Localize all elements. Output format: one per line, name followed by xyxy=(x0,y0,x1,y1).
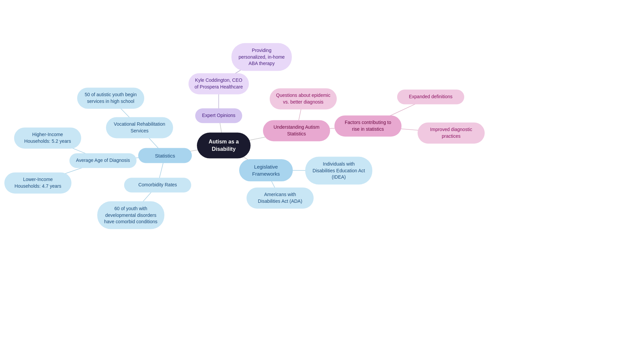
node-comorbidityRates[interactable]: Comorbidity Rates xyxy=(124,178,191,192)
node-statistics[interactable]: Statistics xyxy=(138,148,192,163)
node-ada[interactable]: Americans with Disabilities Act (ADA) xyxy=(247,187,314,208)
node-center[interactable]: Autism as a Disability xyxy=(197,133,251,159)
node-vocationalRehab[interactable]: Vocational Rehabilitation Services xyxy=(106,117,173,138)
node-expertOpinions[interactable]: Expert Opinions xyxy=(195,108,242,123)
node-understandingStats[interactable]: Understanding Autism Statistics xyxy=(263,120,330,141)
node-expandedDefinitions[interactable]: Expanded definitions xyxy=(397,89,464,104)
node-comorbidConditions[interactable]: 60 of youth with developmental disorders… xyxy=(97,201,164,229)
node-lowerIncome[interactable]: Lower-Income Households: 4.7 years xyxy=(4,172,71,193)
node-improvedDiagnostic[interactable]: Improved diagnostic practices xyxy=(418,122,485,143)
node-idea[interactable]: Individuals with Disabilities Education … xyxy=(305,157,372,185)
node-legislativeFrameworks[interactable]: Legislative Frameworks xyxy=(239,159,293,181)
node-abaTherapy[interactable]: Providing personalized, in-home ABA ther… xyxy=(231,43,292,71)
node-factorsContributing[interactable]: Factors contributing to rise in statisti… xyxy=(334,115,401,136)
node-averageAge[interactable]: Average Age of Diagnosis xyxy=(69,153,137,168)
node-epidemicQuestion[interactable]: Questions about epidemic vs. better diag… xyxy=(270,88,337,109)
mind-map: Autism as a DisabilityExpert OpinionsKyl… xyxy=(0,0,644,363)
node-higherIncome[interactable]: Higher-Income Households: 5.2 years xyxy=(14,127,81,148)
node-youthServices[interactable]: 50 of autistic youth begin services in h… xyxy=(77,87,144,109)
node-kyleCoddington[interactable]: Kyle Coddington, CEO of Prospera Healthc… xyxy=(189,73,249,94)
